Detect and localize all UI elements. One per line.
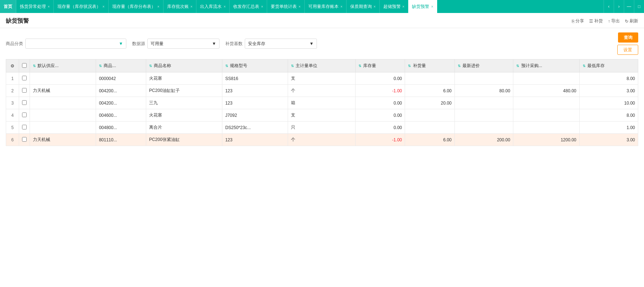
nav-tab-7-close[interactable]: × [299, 5, 301, 9]
col-supplier-label: 默认供应... [38, 63, 58, 68]
col-checkbox-header[interactable] [19, 59, 30, 72]
col-unit[interactable]: ⇅ 主计量单位 [288, 59, 355, 72]
row-name-3: 火花塞 [146, 109, 222, 122]
col-latest-price-label: 最新进价 [462, 63, 480, 68]
row-checkbox-2[interactable] [22, 100, 27, 105]
row-unit-0: 支 [288, 72, 355, 85]
select-all-checkbox[interactable] [22, 63, 27, 68]
col-supplier[interactable]: ⇅ 默认供应... [30, 59, 96, 72]
datasource-select-arrow-icon: ▼ [212, 41, 216, 46]
nav-tab-6-close[interactable]: × [261, 5, 263, 9]
row-checkbox-4[interactable] [22, 125, 27, 129]
row-checkbox-3[interactable] [22, 112, 27, 117]
table-row: 5 004800...离合片DS250*23c...只0.001.00 [6, 122, 638, 134]
row-restock-0 [405, 72, 455, 85]
row-checkbox-cell-0[interactable] [19, 72, 30, 85]
row-spec-1: 123 [222, 85, 288, 97]
col-min-stock[interactable]: ⇅ 最低库存 [579, 59, 638, 72]
nav-tab-4[interactable]: 库存批次账 × [164, 0, 197, 13]
row-restock-4 [405, 122, 455, 134]
category-select-arrow-icon: ▼ [119, 41, 123, 46]
row-checkbox-cell-3[interactable] [19, 109, 30, 122]
nav-arrows: ‹ › — □ [604, 0, 644, 13]
row-checkbox-5[interactable] [22, 137, 27, 142]
nav-left-arrow[interactable]: ‹ [604, 0, 614, 13]
col-unit-label: 主计量单位 [296, 63, 317, 68]
nav-tab-4-label: 库存批次账 [167, 4, 189, 10]
nav-tab-1[interactable]: 拣货异常处理 × [16, 0, 54, 13]
nav-tab-11-close[interactable]: × [431, 5, 433, 9]
stock-sort-icon: ⇅ [358, 64, 361, 68]
row-restock-5: 6.00 [405, 134, 455, 146]
nav-tab-2-close[interactable]: × [103, 5, 105, 9]
nav-maximize-btn[interactable]: □ [634, 0, 644, 13]
col-spec[interactable]: ⇅ 规格型号 [222, 59, 288, 72]
restock-button[interactable]: ☰ 补货 [589, 18, 603, 24]
est-purchase-sort-icon: ⇅ [516, 64, 519, 68]
nav-tab-5[interactable]: 出入库流水 × [196, 0, 230, 13]
settings-button[interactable]: 设置 [617, 45, 638, 55]
col-stock[interactable]: ⇅ 库存量 [355, 59, 405, 72]
table-settings-icon[interactable]: ⚙ [10, 63, 14, 69]
row-checkbox-1[interactable] [22, 88, 27, 93]
row-min-stock-2: 10.00 [579, 97, 638, 109]
col-est-purchase-label: 预计采购... [521, 63, 542, 68]
nav-tab-8[interactable]: 可用量库存账本 × [305, 0, 347, 13]
row-stock-5: -1.00 [355, 134, 405, 146]
latest-price-sort-icon: ⇅ [458, 64, 461, 68]
nav-right-arrow[interactable]: › [614, 0, 624, 13]
nav-tab-5-close[interactable]: × [223, 5, 226, 9]
table-body: 1 0000042火花塞SS816支0.008.002 力天机械004200..… [6, 72, 638, 146]
col-name[interactable]: ⇅ 商品名称 [146, 59, 222, 72]
data-table: ⚙ ⇅ 默认供应... ⇅ 商品... ⇅ 商品名称 [6, 59, 638, 146]
nav-tab-3-close[interactable]: × [157, 5, 160, 9]
row-unit-5: 个 [288, 134, 355, 146]
row-checkbox-cell-4[interactable] [19, 122, 30, 134]
nav-tab-6[interactable]: 收发存汇总表 × [230, 0, 267, 13]
row-spec-5: 123 [222, 134, 288, 146]
nav-tab-8-close[interactable]: × [340, 5, 343, 9]
nav-tab-10[interactable]: 超储预警 × [380, 0, 409, 13]
col-spec-label: 规格型号 [230, 63, 247, 68]
col-name-label: 商品名称 [154, 63, 171, 68]
refresh-button[interactable]: ↻ 刷新 [625, 18, 638, 24]
row-est-purchase-0 [513, 72, 579, 85]
nav-minimize-btn[interactable]: — [624, 0, 634, 13]
col-code[interactable]: ⇅ 商品... [96, 59, 146, 72]
row-checkbox-cell-1[interactable] [19, 85, 30, 97]
row-checkbox-cell-5[interactable] [19, 134, 30, 146]
share-button[interactable]: ⎘ 分享 [572, 18, 584, 24]
datasource-filter-label: 数据源 [132, 41, 145, 47]
row-est-purchase-5: 1200.00 [513, 134, 579, 146]
row-unit-1: 个 [288, 85, 355, 97]
col-latest-price[interactable]: ⇅ 最新进价 [455, 59, 513, 72]
row-min-stock-5: 3.00 [579, 134, 638, 146]
nav-tab-7[interactable]: 要货单统计表 × [267, 0, 305, 13]
nav-tab-9-close[interactable]: × [374, 5, 376, 9]
table-row: 1 0000042火花塞SS816支0.008.00 [6, 72, 638, 85]
row-est-purchase-3 [513, 109, 579, 122]
col-est-purchase[interactable]: ⇅ 预计采购... [513, 59, 579, 72]
nav-tab-11[interactable]: 缺货预警 × [408, 0, 437, 13]
nav-tab-9[interactable]: 保质期查询 × [347, 0, 380, 13]
query-button[interactable]: 查询 [618, 32, 638, 43]
export-icon: ↑ [608, 19, 610, 24]
nav-tab-home[interactable]: 首页 [0, 0, 16, 13]
nav-tab-2[interactable]: 现存量（库存状况表） × [54, 0, 109, 13]
filter-area: 商品分类 ▼ 数据源 可用量 ▼ 补货基数 安全库存 ▼ 查询 设置 [0, 28, 644, 59]
restock-icon: ☰ [589, 19, 593, 24]
col-restock[interactable]: ⇅ 补货量 [405, 59, 455, 72]
category-select[interactable]: ▼ [25, 39, 126, 49]
restock-select[interactable]: 安全库存 ▼ [245, 39, 317, 49]
col-stock-label: 库存量 [363, 63, 376, 68]
nav-tab-10-close[interactable]: × [402, 5, 405, 9]
row-stock-3: 0.00 [355, 109, 405, 122]
datasource-select[interactable]: 可用量 ▼ [147, 39, 219, 49]
row-checkbox-cell-2[interactable] [19, 97, 30, 109]
nav-tab-1-close[interactable]: × [48, 5, 50, 9]
export-button[interactable]: ↑ 导出 [608, 18, 620, 24]
nav-tab-4-close[interactable]: × [191, 5, 193, 9]
nav-tab-3[interactable]: 现存量（库存分布表） × [109, 0, 164, 13]
row-checkbox-0[interactable] [22, 76, 27, 80]
unit-sort-icon: ⇅ [291, 64, 294, 68]
